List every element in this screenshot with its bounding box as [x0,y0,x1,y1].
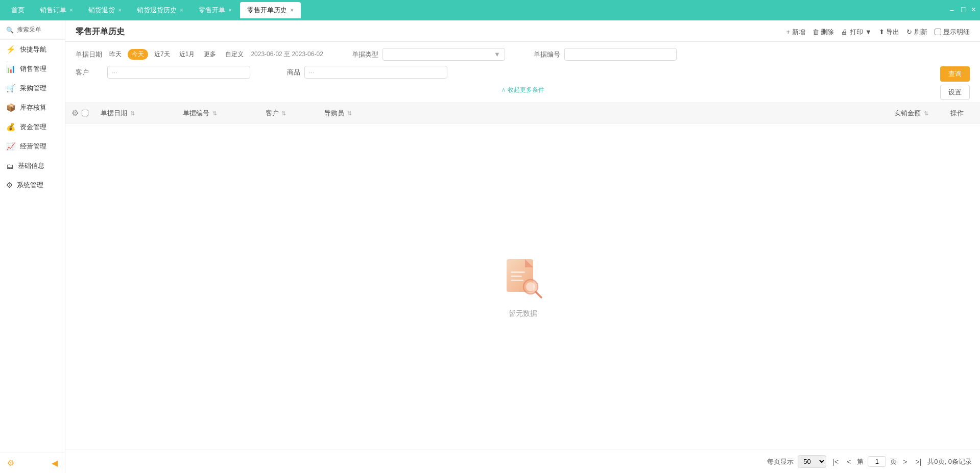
sales-mgmt-icon: 📊 [6,64,16,73]
sidebar-bottom: ⚙ ◀ [0,453,65,473]
filter-area: 单据日期 昨天 今天 近7天 近1月 更多 自定义 2023-06-02 至 2… [65,42,980,103]
minimize-button[interactable]: － [948,5,956,16]
sidebar-item-finance[interactable]: 💰 资金管理 [0,117,65,137]
tab-retail-open[interactable]: 零售开单 × [192,2,239,18]
svg-point-6 [526,282,535,291]
sidebar-item-quick-nav[interactable]: ⚡ 快捷导航 [0,40,65,59]
filter-date: 单据日期 昨天 今天 近7天 近1月 更多 自定义 2023-06-02 至 2… [76,49,323,60]
type-label: 单据类型 [352,50,378,59]
customer-label: 客户 [76,68,89,77]
date-btn-7days[interactable]: 近7天 [151,49,173,60]
show-detail-toggle[interactable]: 显示明细 [935,28,970,37]
search-icon: 🔍 [6,27,14,34]
show-detail-checkbox[interactable] [935,29,941,35]
date-btn-custom[interactable]: 自定义 [222,49,247,60]
filter-customer: 客户 ··· [76,66,250,79]
refresh-button[interactable]: ↻ 刷新 [906,28,927,37]
date-label: 单据日期 [76,50,102,59]
inventory-icon: 📦 [6,103,16,112]
page-label: 第 [857,457,864,466]
sort-guide-icon[interactable]: ⇅ [347,110,352,116]
type-select[interactable]: ▼ [383,48,505,61]
tab-home[interactable]: 首页 [4,2,32,18]
date-btn-1month[interactable]: 近1月 [176,49,198,60]
finance-icon: 💰 [6,122,16,132]
sidebar-item-system-mgmt[interactable]: ⚙ 系统管理 [0,176,65,195]
tab-close-retail-open[interactable]: × [228,7,232,14]
customer-select-value: ··· [112,68,117,76]
purchase-mgmt-icon: 🛒 [6,84,16,93]
date-btn-today[interactable]: 今天 [128,49,148,60]
export-button[interactable]: ⬆ 导出 [879,28,900,37]
page-header: 零售开单历史 + 新增 🗑 删除 🖨 打印 ▼ ⬆ 导出 ↻ 刷新 [65,20,980,42]
select-all-checkbox[interactable] [82,110,88,116]
collapse-more-button[interactable]: ∧ 收起更多条件 [76,84,970,96]
next-page-button[interactable]: > [901,457,909,467]
filter-row-1: 单据日期 昨天 今天 近7天 近1月 更多 自定义 2023-06-02 至 2… [76,48,970,61]
print-button[interactable]: 🖨 打印 ▼ [841,28,872,37]
last-page-button[interactable]: >| [914,457,924,467]
svg-rect-4 [511,280,523,281]
tab-sales-return[interactable]: 销货退货 × [81,2,129,18]
sort-date-icon[interactable]: ⇅ [130,110,135,116]
operations-icon: 📈 [6,142,16,151]
data-table: ⚙ 单据日期 ⇅ 单据编号 ⇅ [65,103,980,123]
content-area: 零售开单历史 + 新增 🗑 删除 🖨 打印 ▼ ⬆ 导出 ↻ 刷新 [65,20,980,473]
system-mgmt-icon: ⚙ [6,181,13,190]
tab-close-retail-open-history[interactable]: × [290,7,294,14]
tab-close-sales-return-history[interactable]: × [180,7,183,14]
first-page-button[interactable]: |< [830,457,841,467]
sidebar-collapse-icon[interactable]: ◀ [52,458,58,468]
page-title: 零售开单历史 [76,27,125,37]
sidebar-item-basic-info[interactable]: 🗂 基础信息 [0,156,65,176]
total-records: 共0页, 0条记录 [927,457,972,466]
tab-bar: 首页 销售订单 × 销货退货 × 销货退货历史 × 零售开单 × 零售开单历史 … [0,0,980,20]
page-number-input[interactable] [868,456,886,467]
number-input[interactable] [564,48,677,61]
table-container: ⚙ 单据日期 ⇅ 单据编号 ⇅ [65,103,980,450]
add-button[interactable]: + 新增 [786,28,805,37]
sort-number-icon[interactable]: ⇅ [212,110,217,116]
date-btn-yesterday[interactable]: 昨天 [106,49,125,60]
tab-close-sales-order[interactable]: × [69,7,73,14]
sidebar-gear-icon[interactable]: ⚙ [7,458,14,468]
table-settings-icon[interactable]: ⚙ [71,108,79,118]
col-action: 操作 [935,103,980,123]
select-all-col: ⚙ [65,103,94,123]
svg-line-7 [536,292,541,297]
svg-rect-3 [511,276,522,277]
sidebar-item-sales-mgmt[interactable]: 📊 销售管理 [0,59,65,79]
date-btn-more[interactable]: 更多 [201,49,219,60]
col-guide: 导购员 ⇅ [318,103,389,123]
col-date: 单据日期 ⇅ [94,103,177,123]
col-customer: 客户 ⇅ [259,103,318,123]
sort-amount-icon[interactable]: ⇅ [924,110,928,116]
customer-select[interactable]: ··· [107,66,250,79]
per-page-select[interactable]: 10 20 50 100 [798,455,826,468]
toolbar: + 新增 🗑 删除 🖨 打印 ▼ ⬆ 导出 ↻ 刷新 显示明细 [786,28,970,37]
print-dropdown-icon[interactable]: ▼ [865,28,872,36]
prev-page-button[interactable]: < [845,457,853,467]
query-button[interactable]: 查询 [940,66,970,82]
empty-illustration [497,255,548,301]
sidebar-item-inventory[interactable]: 📦 库存核算 [0,98,65,117]
basic-info-icon: 🗂 [6,162,14,170]
settings-button[interactable]: 设置 [940,85,970,100]
tab-sales-return-history[interactable]: 销货退货历史 × [130,2,190,18]
tab-retail-open-history[interactable]: 零售开单历史 × [240,2,301,18]
quick-nav-icon: ⚡ [6,45,16,54]
sidebar-item-operations[interactable]: 📈 经营管理 [0,137,65,156]
tab-sales-order[interactable]: 销售订单 × [33,2,80,18]
sidebar-search[interactable]: 🔍 搜索采单 [0,20,65,40]
close-button[interactable]: × [971,5,976,16]
sort-customer-icon[interactable]: ⇅ [281,110,286,116]
goods-label: 商品 [287,68,300,77]
goods-select[interactable]: ··· [304,66,447,79]
delete-button[interactable]: 🗑 删除 [812,28,834,37]
filter-number: 单据编号 [534,48,677,61]
pagination: 每页显示 10 20 50 100 |< < 第 页 > >| 共0页, 0条记… [65,450,980,473]
filter-type: 单据类型 ▼ [352,48,505,61]
maximize-button[interactable]: □ [961,5,966,16]
tab-close-sales-return[interactable]: × [118,7,122,14]
sidebar-item-purchase-mgmt[interactable]: 🛒 采购管理 [0,79,65,98]
